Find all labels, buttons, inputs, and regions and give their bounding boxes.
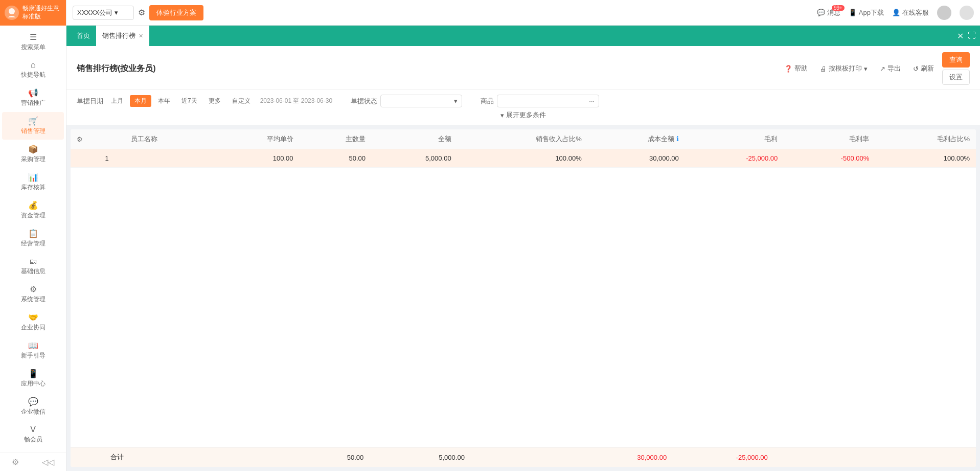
trial-btn[interactable]: 体验行业方案 xyxy=(149,5,203,20)
sidebar-item-库存核算[interactable]: 📊库存核算 xyxy=(2,168,64,196)
avatar2[interactable] xyxy=(960,6,974,20)
date-tab-custom[interactable]: 自定义 xyxy=(227,95,255,107)
tabbar-right: ✕ ⛶ xyxy=(957,31,976,41)
th-amount: 全额 xyxy=(372,129,458,149)
online-service-btn[interactable]: 👤 在线客服 xyxy=(892,8,929,17)
nav-icon: 💬 xyxy=(28,397,38,407)
print-btn[interactable]: 🖨 按模板打印 ▾ xyxy=(816,62,872,75)
tab-home[interactable]: 首页 xyxy=(71,28,96,44)
nav-icon: 📋 xyxy=(28,229,38,238)
nav-label: 畅会员 xyxy=(24,435,42,444)
refresh-btn[interactable]: ↺ 刷新 xyxy=(909,62,938,75)
app-download-btn[interactable]: 📱 App下载 xyxy=(849,8,884,17)
cost-info-icon[interactable]: ℹ xyxy=(676,135,679,143)
help-icon: ❓ xyxy=(784,65,792,73)
sidebar-item-畅会员[interactable]: V畅会员 xyxy=(2,421,64,448)
chevron-down-icon: ▾ xyxy=(115,9,118,16)
td-settings xyxy=(71,149,89,168)
nav-icon: 🛒 xyxy=(28,116,38,126)
print-label: 按模板打印 xyxy=(829,64,862,73)
filter-row: 单据日期 上月 本月 本年 近7天 更多 自定义 2023-06-01 至 20… xyxy=(77,95,970,107)
fullscreen-icon[interactable]: ⛶ xyxy=(968,31,976,40)
date-tabs: 上月 本月 本年 近7天 更多 自定义 xyxy=(106,95,255,107)
td-rank: 1 xyxy=(89,149,125,168)
sidebar-item-快捷导航[interactable]: ⌂快捷导航 xyxy=(2,56,64,83)
goods-label: 商品 xyxy=(481,97,494,106)
close-window-icon[interactable]: ✕ xyxy=(957,31,964,41)
table-footer: 合计 50.00 5,000.00 30,000.00 -25,000.00 xyxy=(71,447,976,467)
date-tab-7days[interactable]: 近7天 xyxy=(177,95,202,107)
topbar-gear-icon[interactable]: ⚙ xyxy=(138,8,145,17)
th-cost: 成本全额 ℹ xyxy=(588,129,685,149)
date-range: 2023-06-01 至 2023-06-30 xyxy=(260,97,332,105)
th-profit-rate: 毛利率 xyxy=(784,129,875,149)
help-label: 帮助 xyxy=(794,64,808,73)
goods-dots-icon: ··· xyxy=(589,97,595,105)
nav-icon: V xyxy=(30,425,36,434)
avatar[interactable] xyxy=(937,6,951,20)
main-area: XXXXX公司 ▾ ⚙ 体验行业方案 💬 消息 99+ 📱 App下载 👤 在线… xyxy=(66,0,980,471)
nav-label: 快捷导航 xyxy=(21,71,45,79)
table-row: 1 100.00 50.00 5,000.00 100.00% 30,000.0… xyxy=(71,149,976,168)
date-tab-this-month[interactable]: 本月 xyxy=(130,95,151,107)
sidebar-item-企业微信[interactable]: 💬企业微信 xyxy=(2,393,64,420)
goods-select[interactable]: ··· xyxy=(497,95,599,107)
help-btn[interactable]: ❓ 帮助 xyxy=(780,62,812,75)
tab-sales-ranking[interactable]: 销售排行榜 ✕ xyxy=(96,26,149,46)
nav-icon: 📢 xyxy=(28,88,38,98)
app-label: App下载 xyxy=(859,8,884,17)
query-btn[interactable]: 查询 xyxy=(942,52,970,68)
company-selector[interactable]: XXXXX公司 ▾ xyxy=(73,6,134,20)
app-icon: 📱 xyxy=(849,9,857,16)
sidebar-item-资金管理[interactable]: 💰资金管理 xyxy=(2,196,64,224)
nav-label: 经营管理 xyxy=(21,239,45,248)
status-chevron-icon: ▾ xyxy=(454,97,458,105)
date-tab-last-month[interactable]: 上月 xyxy=(106,95,128,107)
date-tab-this-year[interactable]: 本年 xyxy=(153,95,175,107)
td-amount: 5,000.00 xyxy=(372,149,458,168)
tab-sales-ranking-label: 销售排行榜 xyxy=(102,31,135,40)
print-chevron-icon: ▾ xyxy=(864,65,868,73)
col-settings-icon[interactable]: ⚙ xyxy=(77,136,83,143)
nav-label: 资金管理 xyxy=(21,211,45,220)
td-name xyxy=(125,149,212,168)
sidebar-item-经营管理[interactable]: 📋经营管理 xyxy=(2,225,64,252)
collapse-sidebar-icon[interactable]: ◁◁ xyxy=(42,457,54,467)
export-btn[interactable]: ↗ 导出 xyxy=(876,62,905,75)
nav-icon: 💰 xyxy=(28,200,38,210)
logo-text: 畅康通好生意 标准版 xyxy=(22,5,59,20)
th-rank xyxy=(89,129,125,149)
sidebar-item-基础信息[interactable]: 🗂基础信息 xyxy=(2,253,64,280)
goods-filter: 商品 ··· xyxy=(481,95,599,107)
sidebar-item-应用中心[interactable]: 📱应用中心 xyxy=(2,365,64,392)
th-settings: ⚙ xyxy=(71,129,89,149)
settings-bottom-icon[interactable]: ⚙ xyxy=(12,457,19,467)
settings-btn[interactable]: 设置 xyxy=(942,70,970,85)
sidebar-item-新手引导[interactable]: 📖新手引导 xyxy=(2,337,64,364)
footer-qty: 50.00 xyxy=(263,454,364,461)
footer-cost: 30,000.00 xyxy=(566,454,667,461)
status-select[interactable]: ▾ xyxy=(380,95,462,107)
page-actions: ❓ 帮助 🖨 按模板打印 ▾ ↗ 导出 ↺ 刷新 查询 xyxy=(780,52,970,85)
tab-close-icon[interactable]: ✕ xyxy=(139,33,143,39)
query-btn-wrap: 查询 设置 xyxy=(942,52,970,85)
sidebar-item-企业协同[interactable]: 🤝企业协同 xyxy=(2,308,64,336)
expand-filter-btn[interactable]: ▾ 展开更多条件 xyxy=(77,107,970,120)
sidebar-item-销售管理[interactable]: 🛒销售管理 xyxy=(2,112,64,140)
sidebar-item-系统管理[interactable]: ⚙系统管理 xyxy=(2,280,64,308)
content: 销售排行榜(按业务员) ❓ 帮助 🖨 按模板打印 ▾ ↗ 导出 ↺ 刷新 xyxy=(66,46,980,471)
th-qty: 主数量 xyxy=(300,129,372,149)
messages-btn[interactable]: 💬 消息 99+ xyxy=(817,8,840,17)
date-tab-more[interactable]: 更多 xyxy=(204,95,225,107)
sidebar-item-营销推广[interactable]: 📢营销推广 xyxy=(2,84,64,111)
th-profit-pct: 毛利占比% xyxy=(875,129,976,149)
sidebar-item-采购管理[interactable]: 📦采购管理 xyxy=(2,140,64,168)
tabbar: 首页 销售排行榜 ✕ ✕ ⛶ xyxy=(66,26,980,46)
sidebar-item-搜索菜单[interactable]: ☰搜索菜单 xyxy=(2,28,64,56)
svg-point-1 xyxy=(9,8,15,14)
nav-label: 采购管理 xyxy=(21,155,45,164)
tab-home-label: 首页 xyxy=(77,31,90,40)
export-icon: ↗ xyxy=(880,65,885,73)
nav-label: 系统管理 xyxy=(21,295,45,304)
logo-icon xyxy=(4,5,19,20)
